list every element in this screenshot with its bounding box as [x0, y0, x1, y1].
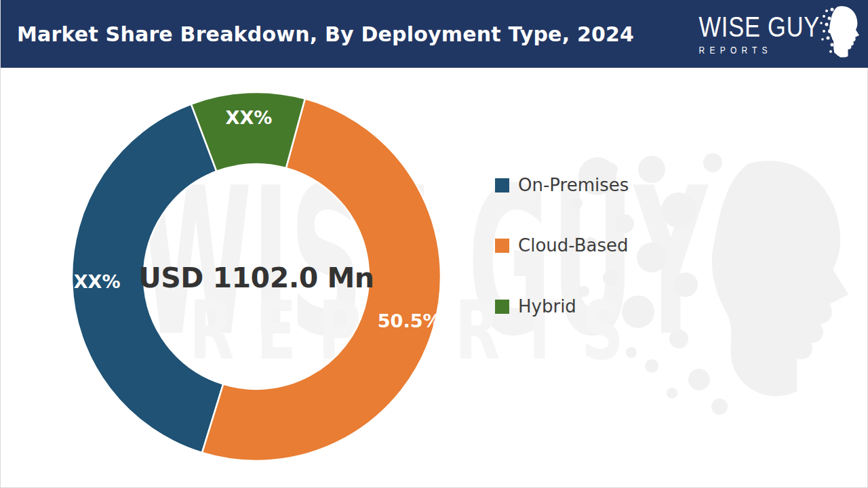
slice-label-on-premises: XX%: [74, 271, 121, 292]
legend-swatch-cloud-based: [495, 239, 509, 253]
logo-text: WISE GUY REPORTS: [699, 12, 820, 56]
wiseguy-logo: WISE GUY REPORTS: [669, 3, 861, 65]
legend-swatch-hybrid: [495, 300, 509, 314]
legend-item-on-premises: On-Premises: [495, 175, 629, 195]
legend-label-on-premises: On-Premises: [518, 175, 629, 195]
legend-item-cloud-based: Cloud-Based: [495, 235, 629, 256]
page-title: Market Share Breakdown, By Deployment Ty…: [17, 0, 634, 68]
logo-brand-name: WISE GUY: [699, 12, 820, 41]
slice-label-cloud-based: 50.5%: [378, 310, 441, 331]
legend-label-hybrid: Hybrid: [518, 296, 576, 317]
legend-label-cloud-based: Cloud-Based: [518, 235, 629, 256]
report-card: WISE GUY REPORTS Market Share Breakdown,…: [0, 0, 868, 488]
legend-item-hybrid: Hybrid: [495, 296, 576, 317]
logo-brand-subtitle: REPORTS: [699, 44, 772, 56]
chart-center-value: USD 1102.0 Mn: [134, 262, 378, 294]
legend-swatch-on-premises: [495, 178, 509, 192]
header-bar: Market Share Breakdown, By Deployment Ty…: [1, 0, 868, 68]
slice-label-hybrid: XX%: [226, 107, 273, 128]
logo-face-icon: [816, 4, 861, 64]
